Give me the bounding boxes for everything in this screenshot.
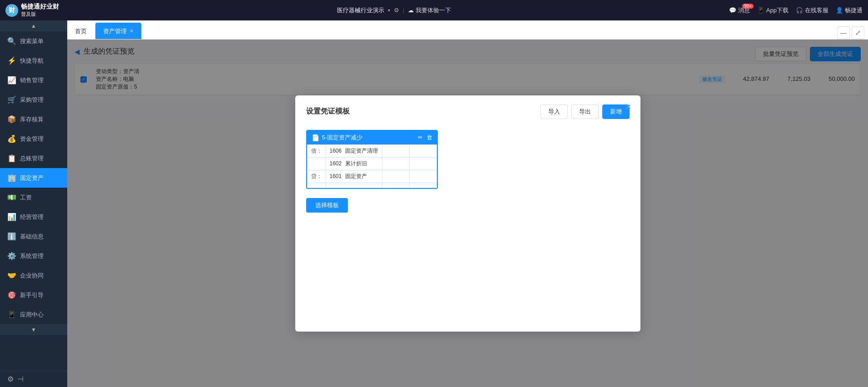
credit-amount-2 [409, 170, 436, 183]
app-version: 普及版 [21, 11, 59, 18]
modal-close-button[interactable]: ✕ [623, 102, 634, 113]
company-name: 医疗器械行业演示 [337, 6, 384, 15]
sidebar-scroll-up[interactable]: ▲ [0, 20, 67, 31]
select-template-button[interactable]: 选择模板 [306, 198, 348, 213]
debit-row-2: 1602 累计折旧 [307, 157, 436, 170]
sidebar-item-label: 系统管理 [20, 252, 44, 260]
sidebar-item-label: 工资 [20, 194, 32, 202]
debit-row-1: 借： 1606 固定资产清理 [307, 144, 436, 157]
sidebar-gear-icon[interactable]: ⚙ [7, 375, 14, 383]
sidebar-item-quick-nav[interactable]: ⚡ 快捷导航 [0, 51, 67, 70]
tab-asset-mgmt-label: 资产管理 [103, 27, 127, 35]
export-button[interactable]: 导出 [571, 104, 599, 119]
sidebar-bottom: ⚙ ⊣ [0, 371, 67, 387]
message-icon: 💬 [729, 7, 736, 14]
debit-label: 借： [307, 144, 326, 157]
import-button[interactable]: 导入 [541, 104, 568, 119]
sidebar-item-finance[interactable]: 💰 资金管理 [0, 129, 67, 149]
search-icon: 🔍 [7, 37, 16, 45]
user-icon: 👤 [836, 7, 843, 14]
notification-badge: 99+ [742, 4, 754, 9]
fixed-assets-icon: 🏢 [7, 174, 16, 182]
modal-dialog: 设置凭证模板 导入 导出 新增 ✕ [295, 95, 640, 332]
page-content: ◀ 生成的凭证预览 ✓ 变动类型：资产清 资产名称：电脑 固定资产原值：5 [67, 40, 868, 387]
app-center-icon: 📱 [7, 310, 16, 319]
sidebar-item-label: 企业协同 [20, 272, 44, 280]
sidebar-item-payroll[interactable]: 💵 工资 [0, 188, 67, 207]
headset-icon: 🎧 [796, 7, 803, 14]
sidebar-item-guide[interactable]: 🎯 新手引导 [0, 285, 67, 305]
experience-btn[interactable]: ☁ 我要体验一下 [408, 6, 451, 15]
sidebar-item-label: 基础信息 [20, 233, 44, 241]
sidebar-item-label: 采购管理 [20, 96, 44, 104]
sidebar-item-label: 快捷导航 [20, 57, 44, 65]
sidebar-item-purchase[interactable]: 🛒 采购管理 [0, 90, 67, 109]
online-service-label: 在线客服 [805, 6, 828, 15]
sidebar-item-label: 资金管理 [20, 135, 44, 143]
empty-cell-3 [382, 183, 409, 188]
credit-account-1: 1601 固定资产 [326, 170, 382, 183]
sales-icon: 📈 [7, 76, 16, 84]
empty-row [307, 183, 436, 188]
sidebar-item-sys-mgmt[interactable]: ⚙️ 系统管理 [0, 246, 67, 266]
sidebar-item-basic-info[interactable]: ℹ️ 基础信息 [0, 227, 67, 246]
online-service-button[interactable]: 🎧 在线客服 [796, 6, 828, 15]
sys-mgmt-icon: ⚙️ [7, 252, 16, 260]
notification-button[interactable]: 💬 消息 99+ [729, 6, 750, 15]
app-name: 畅捷通好业财 [21, 3, 59, 11]
top-bar: 财 畅捷通好业财 普及版 医疗器械行业演示 ▾ ⚙ | ☁ 我要体验一下 💬 消… [0, 0, 868, 20]
modal-header-actions: 导入 导出 新增 [541, 104, 630, 119]
tab-bar: 首页 资产管理 ✕ — ⤢ [67, 20, 868, 40]
app-logo: 财 畅捷通好业财 普及版 [5, 3, 59, 18]
company-dropdown-icon[interactable]: ▾ [388, 8, 390, 13]
credit-label: 贷： [307, 170, 326, 183]
sidebar-item-label: 应用中心 [20, 311, 44, 319]
credit-row-1: 贷： 1601 固定资产 [307, 170, 436, 183]
sidebar-item-app-center[interactable]: 📱 应用中心 [0, 305, 67, 324]
tab-home[interactable]: 首页 [67, 23, 94, 39]
top-bar-right: 💬 消息 99+ 📱 App下载 🎧 在线客服 👤 畅捷通 [729, 6, 863, 15]
sidebar-item-label: 新手引导 [20, 291, 44, 299]
sidebar-collapse-icon[interactable]: ⊣ [17, 375, 24, 383]
sidebar: ▲ 🔍 搜索菜单 ⚡ 快捷导航 📈 销售管理 🛒 采购管理 [0, 20, 67, 387]
sidebar-item-sales[interactable]: 📈 销售管理 [0, 70, 67, 90]
debit-amount-3 [382, 157, 409, 170]
debit-amount-1 [382, 144, 409, 157]
sidebar-item-label: 经营管理 [20, 213, 44, 221]
sidebar-scroll: ▲ 🔍 搜索菜单 ⚡ 快捷导航 📈 销售管理 🛒 采购管理 [0, 20, 67, 371]
divider: | [403, 7, 404, 14]
settings-icon[interactable]: ⚙ [394, 7, 399, 14]
tab-asset-mgmt[interactable]: 资产管理 ✕ [95, 23, 141, 39]
empty-cell-4 [409, 183, 436, 188]
sidebar-item-fixed-assets[interactable]: 🏢 固定资产 [0, 168, 67, 188]
empty-cell-1 [307, 183, 326, 188]
debit-label-2 [307, 157, 326, 170]
logo-icon: 财 [5, 4, 18, 17]
inventory-icon: 📦 [7, 115, 16, 124]
experience-text: 我要体验一下 [416, 6, 451, 15]
credit-amount-1 [382, 170, 409, 183]
username-label: 畅捷通 [845, 6, 863, 15]
template-card-header: 📄 5-固定资产减少 ✏ 🗑 [307, 131, 437, 144]
top-bar-left: 财 畅捷通好业财 普及版 [5, 3, 59, 18]
tab-minimize-button[interactable]: — [837, 26, 850, 39]
sidebar-item-label: 固定资产 [20, 174, 44, 182]
sidebar-scroll-down[interactable]: ▼ [0, 324, 67, 335]
template-icon: 📄 [312, 134, 319, 141]
sidebar-item-enterprise[interactable]: 🤝 企业协同 [0, 266, 67, 285]
sidebar-item-inventory[interactable]: 📦 库存核算 [0, 109, 67, 129]
card-actions: ✏ 🗑 [418, 134, 432, 141]
modal-overlay: 设置凭证模板 导入 导出 新增 ✕ [67, 40, 868, 387]
template-table: 借： 1606 固定资产清理 [307, 144, 437, 188]
edit-template-icon[interactable]: ✏ [418, 134, 423, 141]
top-bar-center: 医疗器械行业演示 ▾ ⚙ | ☁ 我要体验一下 [337, 6, 451, 15]
modal-body: 📄 5-固定资产减少 ✏ 🗑 [295, 119, 640, 223]
tab-maximize-button[interactable]: ⤢ [852, 26, 864, 39]
user-avatar[interactable]: 👤 畅捷通 [836, 6, 863, 15]
delete-template-icon[interactable]: 🗑 [427, 134, 432, 141]
sidebar-item-search[interactable]: 🔍 搜索菜单 [0, 31, 67, 51]
tab-close-icon[interactable]: ✕ [129, 28, 134, 34]
sidebar-item-ledger[interactable]: 📋 总账管理 [0, 149, 67, 168]
app-download-button[interactable]: 📱 App下载 [757, 6, 789, 15]
sidebar-item-operations[interactable]: 📊 经营管理 [0, 207, 67, 227]
